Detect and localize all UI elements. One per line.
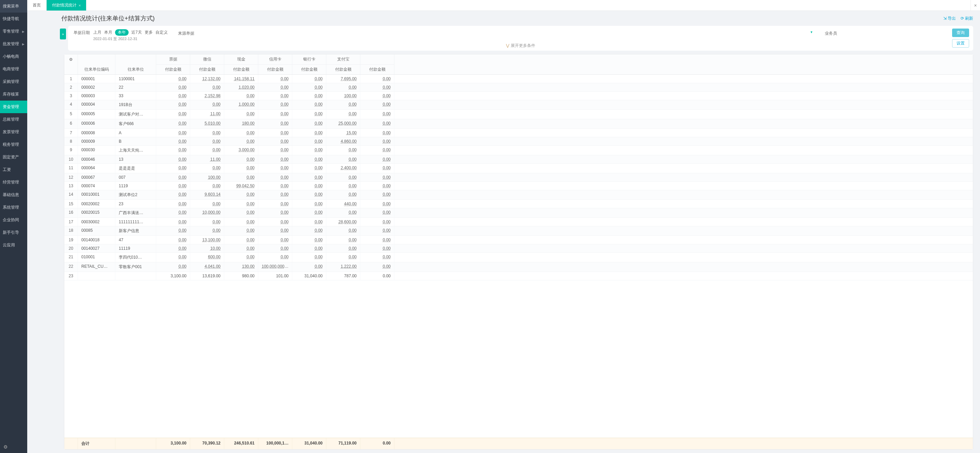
amount-cell[interactable]: 0.00 — [258, 226, 292, 236]
amount-cell[interactable]: 0.00 — [156, 262, 190, 271]
amount-cell[interactable]: 0.00 — [224, 110, 258, 119]
amount-cell[interactable]: 2,152.98 — [190, 92, 224, 100]
amount-cell[interactable]: 0.00 — [360, 200, 395, 208]
amount-cell[interactable]: 0.00 — [258, 137, 292, 146]
amount-cell[interactable]: 0.00 — [224, 208, 258, 217]
column-header[interactable]: 往来单位 — [115, 65, 156, 74]
sidebar-item-系统管理[interactable]: 系统管理 — [0, 201, 27, 214]
amount-cell[interactable]: 0.00 — [292, 155, 326, 163]
amount-cell[interactable]: 0.00 — [156, 129, 190, 137]
amount-cell[interactable]: 0.00 — [258, 218, 292, 226]
sidebar-item-税务管理[interactable]: 税务管理 — [0, 138, 27, 151]
sidebar-item-小畅电商[interactable]: 小畅电商 — [0, 50, 27, 63]
amount-cell[interactable]: 100.00 — [190, 173, 224, 182]
date-option-本月[interactable]: 本月 — [104, 30, 112, 35]
amount-cell[interactable]: 0.00 — [190, 146, 224, 155]
date-option-更多[interactable]: 更多 — [145, 30, 153, 35]
tabs-close-all[interactable]: × — [970, 0, 980, 11]
amount-cell[interactable]: 0.00 — [360, 208, 395, 217]
amount-cell[interactable]: 0.00 — [258, 244, 292, 252]
amount-cell[interactable]: 0.00 — [326, 155, 360, 163]
sidebar-item-工资[interactable]: 工资 — [0, 163, 27, 176]
amount-cell[interactable]: 0.00 — [156, 253, 190, 262]
column-header[interactable]: 付款金额 — [156, 65, 190, 74]
sidebar-item-采购管理[interactable]: 采购管理 — [0, 76, 27, 88]
amount-cell[interactable]: 0.00 — [224, 226, 258, 236]
amount-cell[interactable]: 180.00 — [224, 119, 258, 128]
amount-cell[interactable]: 0.00 — [326, 208, 360, 217]
table-row[interactable]: 3000003330.002,152.980.000.000.00100.000… — [64, 92, 973, 100]
amount-cell[interactable]: 2,400.00 — [326, 164, 360, 173]
table-row[interactable]: 233,100.0013,619.00980.00101.0031,040.00… — [64, 272, 973, 280]
amount-cell[interactable]: 0.00 — [360, 218, 395, 226]
date-option-自定义[interactable]: 自定义 — [156, 30, 168, 35]
amount-cell[interactable]: 0.00 — [190, 164, 224, 173]
amount-cell[interactable]: 0.00 — [360, 110, 395, 119]
amount-cell[interactable]: 0.00 — [326, 253, 360, 262]
sidebar-item-批发管理[interactable]: 批发管理▶ — [0, 38, 27, 50]
filter-collapse-toggle[interactable]: » — [60, 29, 66, 40]
sidebar-item-资金管理[interactable]: 资金管理 — [0, 101, 27, 113]
amount-cell[interactable]: 0.00 — [360, 262, 395, 271]
amount-cell[interactable]: 0.00 — [156, 218, 190, 226]
amount-cell[interactable]: 0.00 — [258, 155, 292, 163]
table-row[interactable]: 4000004191B台0.000.001,000.000.000.000.00… — [64, 100, 973, 110]
amount-cell[interactable]: 10,000.00 — [190, 208, 224, 217]
amount-cell[interactable]: 25,000.00 — [326, 119, 360, 128]
amount-cell[interactable]: 0.00 — [190, 218, 224, 226]
amount-cell[interactable]: 0.00 — [292, 208, 326, 217]
amount-cell[interactable]: 0.00 — [258, 253, 292, 262]
amount-cell[interactable]: 0.00 — [258, 75, 292, 83]
amount-cell[interactable]: 11.00 — [190, 110, 224, 119]
amount-cell[interactable]: 0.00 — [326, 244, 360, 252]
amount-cell[interactable]: 0.00 — [156, 110, 190, 119]
column-header[interactable]: 往来单位编码 — [78, 65, 115, 74]
amount-cell[interactable]: 100,000,000.00 — [258, 262, 292, 271]
sidebar-item-总账管理[interactable]: 总账管理 — [0, 113, 27, 126]
amount-cell[interactable]: 0.00 — [292, 190, 326, 200]
amount-cell[interactable]: 0.00 — [258, 110, 292, 119]
amount-cell[interactable]: 0.00 — [156, 208, 190, 217]
amount-cell[interactable]: 0.00 — [224, 173, 258, 182]
amount-cell[interactable]: 4,860.00 — [326, 137, 360, 146]
amount-cell[interactable]: 0.00 — [156, 200, 190, 208]
amount-cell[interactable]: 0.00 — [292, 182, 326, 190]
amount-cell[interactable]: 0.00 — [156, 75, 190, 83]
amount-cell[interactable]: 0.00 — [360, 119, 395, 128]
date-option-本年[interactable]: 本年 — [115, 29, 129, 36]
amount-cell[interactable]: 28,600.00 — [326, 218, 360, 226]
table-row[interactable]: 8000009B0.000.000.000.000.004,860.000.00 — [64, 137, 973, 146]
sidebar-item-云应用[interactable]: 云应用 — [0, 239, 27, 252]
amount-cell[interactable]: 0.00 — [156, 236, 190, 244]
amount-cell[interactable]: 11.00 — [190, 155, 224, 163]
sidebar-item-快捷导航[interactable]: 快捷导航 — [0, 13, 27, 25]
amount-cell[interactable]: 12,132.00 — [190, 75, 224, 83]
amount-cell[interactable]: 10.00 — [190, 244, 224, 252]
amount-cell[interactable]: 0.00 — [224, 244, 258, 252]
column-header[interactable] — [64, 65, 78, 74]
amount-cell[interactable]: 0.00 — [360, 253, 395, 262]
amount-cell[interactable]: 0.00 — [258, 164, 292, 173]
amount-cell[interactable]: 0.00 — [292, 173, 326, 182]
amount-cell[interactable]: 0.00 — [224, 137, 258, 146]
amount-cell[interactable]: 100.00 — [326, 92, 360, 100]
amount-cell[interactable]: 0.00 — [292, 244, 326, 252]
sidebar-item-电商管理[interactable]: 电商管理 — [0, 63, 27, 76]
amount-cell[interactable]: 0.00 — [224, 190, 258, 200]
amount-cell[interactable]: 130.00 — [224, 262, 258, 271]
date-option-上月[interactable]: 上月 — [93, 30, 102, 35]
amount-cell[interactable]: 0.00 — [326, 236, 360, 244]
amount-cell[interactable]: 0.00 — [258, 208, 292, 217]
amount-cell[interactable]: 0.00 — [292, 218, 326, 226]
table-row[interactable]: 21010001李四代010…0.00600.000.000.000.000.0… — [64, 253, 973, 262]
sidebar-item-企业协同[interactable]: 企业协同 — [0, 214, 27, 226]
amount-cell[interactable]: 0.00 — [258, 119, 292, 128]
sidebar-item-基础信息[interactable]: 基础信息 — [0, 188, 27, 201]
column-header[interactable]: 付款金额 — [190, 65, 224, 74]
amount-cell[interactable]: 0.00 — [292, 92, 326, 100]
amount-cell[interactable]: 0.00 — [156, 164, 190, 173]
amount-cell[interactable]: 440.00 — [326, 200, 360, 208]
table-row[interactable]: 1500020002230.000.000.000.000.00440.000.… — [64, 200, 973, 208]
amount-cell[interactable]: 1,000.00 — [224, 100, 258, 109]
amount-cell[interactable]: 0.00 — [190, 200, 224, 208]
